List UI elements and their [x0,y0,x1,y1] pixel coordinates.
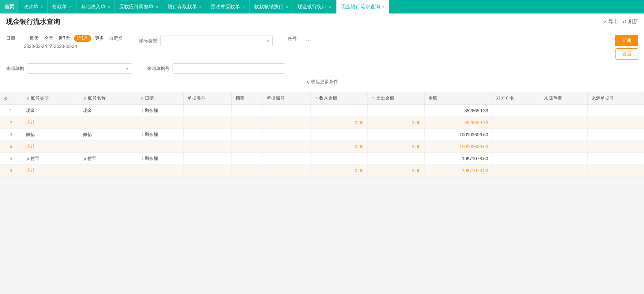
table-cell-expense: 0.00 [368,165,425,177]
export-button[interactable]: ↗ 导出 [603,18,618,25]
nav-tab-6[interactable]: 收款核销执行× [250,0,293,13]
collapse-button[interactable]: ∧ 收起更多条件 [6,76,638,87]
nav-home[interactable]: 首页 [0,0,19,13]
table-row: 3微信微信上期余额100102606.60 [0,129,644,141]
table-cell-account_type: 小计 [22,141,79,153]
query-button[interactable]: 查询 [615,35,638,46]
nav-tab-4[interactable]: 银行存取款单× [163,0,206,13]
nav-tab-0[interactable]: 收款单× [19,0,48,13]
tab-close-icon[interactable]: × [199,4,201,9]
col-header-account_type[interactable]: ⇅ 账号类型 [22,92,79,105]
account-more-dots[interactable]: ... [306,36,312,42]
table-cell-expense: 0.00 [368,117,425,129]
table-cell-date: 上期余额 [136,153,183,165]
tab-close-icon[interactable]: × [156,4,158,9]
table-row: 5支付宝支付宝上期余额19871073.60 [0,153,644,165]
table-cell-income: 0.00 [310,141,367,153]
account-label: 账号 [288,36,303,42]
col-header-income[interactable]: ⇅ 收入金额 [310,92,367,105]
nav-tab-1[interactable]: 付款单× [48,0,76,13]
account-type-label: 账号类型 [139,38,157,44]
col-header-account_name[interactable]: ⇅ 账号名称 [79,92,136,105]
table-cell-summary [231,153,263,165]
table-cell-summary [231,117,263,129]
date-option-1[interactable]: 今天 [43,35,55,42]
table-cell-expense [368,129,425,141]
date-options: 昨天今天近7天近1月更多自定义 [29,35,124,42]
col-header-summary: 摘要 [231,92,263,105]
data-table: ⚙⇅ 账号类型⇅ 账号名称⇅ 日期单据类型摘要单据编号⇅ 收入金额⇅ 支出金额余… [0,92,644,177]
table-cell-summary [231,105,263,117]
settings-button[interactable]: 设置 [615,48,638,60]
table-cell-summary [231,165,263,177]
collapse-chevron-icon: ∧ [306,79,309,85]
date-option-0[interactable]: 昨天 [29,35,41,42]
header-actions: ↗ 导出 ↺ 刷新 [603,18,638,25]
table-cell-voucher_type [184,129,231,141]
table-cell-counterpart [492,141,540,153]
gear-icon[interactable]: ⚙ [4,96,8,101]
table-cell-income [310,105,367,117]
page-header: 现金银行流水查询 ↗ 导出 ↺ 刷新 [0,13,644,30]
date-range: 2023-02-24 至 2023-03-24 [24,44,77,49]
account-type-filter: 账号类型 ∨ [139,36,273,46]
tab-close-icon[interactable]: × [242,4,245,9]
table-cell-gear: 5 [0,153,22,165]
nav-tab-5[interactable]: 预收冲应收单× [206,0,249,13]
table-row: 6小计0.000.0019871073.60 [0,165,644,177]
table-cell-gear: 3 [0,129,22,141]
table-cell-voucher_no [263,165,310,177]
table-cell-counterpart [492,129,540,141]
table-cell-balance: 100102606.60 [425,129,492,141]
table-cell-income: 0.00 [310,117,367,129]
table-cell-voucher_type [184,165,231,177]
source-voucher-select[interactable]: ∨ [27,63,132,74]
table-cell-account_name: 现金 [79,105,136,117]
table-cell-account_type: 小计 [22,165,79,177]
col-header-expense[interactable]: ⇅ 支出金额 [368,92,425,105]
table-cell-balance: 19871073.60 [425,165,492,177]
table-cell-source_voucher [540,165,587,177]
nav-tab-7[interactable]: 现金银行统计× [293,0,336,13]
tab-close-icon[interactable]: × [69,4,71,9]
tab-close-icon[interactable]: × [286,4,288,9]
table-cell-date: 上期余额 [136,129,183,141]
table-cell-account_type: 支付宝 [22,153,79,165]
table-cell-voucher_no [263,105,310,117]
refresh-button[interactable]: ↺ 刷新 [623,18,638,25]
tab-close-icon[interactable]: × [41,4,43,9]
table-cell-account_name: 微信 [79,129,136,141]
export-icon: ↗ [603,19,607,25]
table-cell-voucher_type [184,153,231,165]
tab-close-icon[interactable]: × [329,4,331,9]
date-option-5[interactable]: 自定义 [108,35,124,42]
source-voucher-filter: 来源单据 ∨ [6,63,132,74]
table-cell-expense [368,105,425,117]
table-cell-voucher_type [184,117,231,129]
table-cell-account_name [79,117,136,129]
tab-close-icon[interactable]: × [108,4,110,9]
nav-tab-8[interactable]: 现金银行流水查询× [336,0,389,13]
table-cell-source_voucher_no [588,105,644,117]
table-cell-source_voucher [540,141,587,153]
table-cell-account_type: 小计 [22,117,79,129]
refresh-icon: ↺ [623,19,627,25]
table-cell-date: 上期余额 [136,105,183,117]
table-cell-source_voucher_no [588,117,644,129]
nav-tab-2[interactable]: 其他收入单× [77,0,115,13]
tab-close-icon[interactable]: × [382,4,384,9]
table-cell-source_voucher [540,153,587,165]
date-option-2[interactable]: 近7天 [57,35,72,42]
account-filter: 账号 ... [288,36,312,42]
table-cell-date [136,141,183,153]
source-voucher-no-input[interactable] [173,63,285,74]
date-option-3[interactable]: 近1月 [74,35,92,42]
source-voucher-chevron-icon: ∨ [126,66,129,71]
date-option-4[interactable]: 更多 [93,35,105,42]
table-cell-account_name [79,141,136,153]
table-row: 4小计0.000.00100102606.60 [0,141,644,153]
col-header-date[interactable]: ⇅ 日期 [136,92,183,105]
account-type-select[interactable]: ∨ [160,36,273,46]
top-nav: 首页 收款单×付款单×其他收入单×应收应付调整单×银行存取款单×预收冲应收单×收… [0,0,644,13]
nav-tab-3[interactable]: 应收应付调整单× [115,0,163,13]
